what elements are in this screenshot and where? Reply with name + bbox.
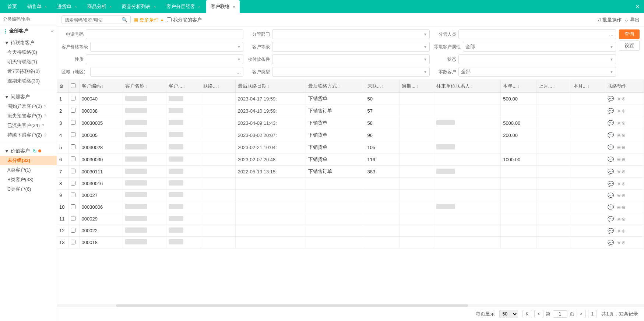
tab-customer-contact[interactable]: 客户联络 × [206, 0, 239, 13]
current-page-input[interactable] [553, 310, 567, 318]
qr-icon[interactable]: ⋇⋇ [617, 181, 626, 187]
sidebar-collapse-icon[interactable]: « [51, 28, 54, 34]
message-icon[interactable]: 💬 [608, 132, 614, 138]
tab-product-analysis-list[interactable]: 商品分析列表 × [117, 0, 160, 13]
qr-icon[interactable]: ⋇⋇ [617, 216, 626, 222]
customer-type-select[interactable]: ▼ [272, 67, 430, 77]
settings-icon[interactable]: ⚙ [59, 84, 64, 89]
qr-icon[interactable]: ⋇⋇ [617, 120, 626, 126]
price-level-select[interactable]: ▼ [90, 42, 243, 52]
row-select-checkbox[interactable] [71, 120, 75, 125]
sidebar-item-class-b[interactable]: B类客户(33) [0, 175, 57, 184]
region-select[interactable]: ... [90, 67, 243, 77]
query-button[interactable]: 查询 [619, 29, 640, 39]
qr-icon[interactable]: ⋇⋇ [617, 240, 626, 246]
sidebar-item-tomorrow[interactable]: 明天待联络(1) [0, 57, 57, 67]
status-select[interactable]: ▼ [458, 54, 616, 64]
phone-input[interactable] [86, 29, 243, 39]
department-select[interactable]: ▼ [272, 29, 430, 39]
qr-icon[interactable]: ⋇⋇ [617, 144, 626, 150]
tab-home[interactable]: 首页 [3, 0, 21, 13]
message-icon[interactable]: 💬 [608, 193, 614, 198]
row-select-checkbox[interactable] [71, 96, 75, 100]
tab-product-analysis-list-close[interactable]: × [154, 4, 156, 9]
sidebar-group-pending-title[interactable]: ▼ 待联络客户 [0, 38, 57, 47]
nature-select[interactable]: ▼ [86, 54, 243, 64]
qr-icon[interactable]: ⋇⋇ [617, 96, 626, 102]
horizontal-scrollbar[interactable] [57, 304, 644, 307]
retail-attr-select[interactable]: 全部 ▼ [463, 42, 616, 52]
sidebar-item-churned[interactable]: 已流失客户(24) ? [0, 121, 57, 130]
filter-button[interactable]: ▦ 更多条件 ▲ [134, 17, 164, 23]
sidebar-item-hoarding[interactable]: 囤购异常客户(2) ? [0, 102, 57, 111]
sidebar-item-7days[interactable]: 近7天待联络(0) [0, 67, 57, 76]
dots-icon-2[interactable]: ... [236, 69, 241, 75]
qr-icon[interactable]: ⋇⋇ [617, 108, 626, 114]
message-icon[interactable]: 💬 [608, 240, 614, 246]
tab-product-analysis-close[interactable]: × [109, 4, 112, 9]
sidebar-item-class-a[interactable]: A类客户(1) [0, 165, 57, 175]
sidebar-item-today[interactable]: 今天待联络(0) [0, 47, 57, 57]
row-select-checkbox[interactable] [71, 132, 75, 137]
message-icon[interactable]: 💬 [608, 169, 614, 174]
qr-icon[interactable]: ⋇⋇ [617, 156, 626, 162]
select-all-checkbox[interactable] [71, 83, 75, 88]
qr-icon[interactable]: ⋇⋇ [617, 169, 626, 174]
message-icon[interactable]: 💬 [608, 120, 614, 126]
sidebar-item-class-c[interactable]: C类客户(6) [0, 184, 57, 194]
qr-icon[interactable]: ⋇⋇ [617, 228, 626, 234]
message-icon[interactable]: 💬 [608, 204, 614, 210]
row-select-checkbox[interactable] [71, 240, 75, 244]
row-select-checkbox[interactable] [71, 228, 75, 233]
tab-product-analysis[interactable]: 商品分析 × [83, 0, 116, 13]
tab-sales-close[interactable]: × [45, 4, 47, 9]
qr-icon[interactable]: ⋇⋇ [617, 193, 626, 198]
scrollbar-track[interactable] [116, 304, 468, 307]
qr-icon[interactable]: ⋇⋇ [617, 132, 626, 138]
batch-operation-button[interactable]: ☑ 批量操作 [597, 17, 622, 23]
per-page-select[interactable]: 50 100 200 [499, 310, 518, 318]
row-select-checkbox[interactable] [71, 181, 75, 186]
sidebar-group-value-title[interactable]: ▼ 价值客户 ↻ [0, 146, 57, 156]
payment-select[interactable]: ▼ [272, 54, 430, 64]
next-page-button[interactable]: > [577, 310, 586, 318]
message-icon[interactable]: 💬 [608, 144, 614, 150]
prev-page-button[interactable]: < [534, 310, 543, 318]
tab-sales[interactable]: 销售单 × [23, 0, 51, 13]
message-icon[interactable]: 💬 [608, 96, 614, 102]
row-select-checkbox[interactable] [71, 216, 75, 221]
tab-customer-segment[interactable]: 客户分层经客 × [162, 0, 205, 13]
message-icon[interactable]: 💬 [608, 216, 614, 222]
message-icon[interactable]: 💬 [608, 181, 614, 187]
tab-customer-segment-close[interactable]: × [198, 4, 200, 9]
row-select-checkbox[interactable] [71, 193, 75, 197]
last-page-button[interactable]: 1 [588, 310, 597, 318]
sidebar-item-churn-warning[interactable]: 流失预警客户(3) ? [0, 111, 57, 121]
message-icon[interactable]: 💬 [608, 228, 614, 234]
window-close-button[interactable]: × [634, 1, 641, 12]
sidebar-item-declining[interactable]: 持续下滑客户(2) ? [0, 130, 57, 140]
tab-purchase[interactable]: 进货单 × [53, 0, 81, 13]
sidebar-search-input[interactable] [3, 17, 57, 22]
message-icon[interactable]: 💬 [608, 108, 614, 114]
manager-select[interactable]: ... [458, 29, 616, 39]
all-customers-header[interactable]: ⋮ 全部客户 [3, 28, 28, 34]
row-select-checkbox[interactable] [71, 108, 75, 113]
main-search-icon[interactable]: 🔍 [122, 17, 127, 22]
reset-button[interactable]: 设置 [619, 40, 640, 51]
sidebar-item-ungrouped[interactable]: 未分组(32) [0, 156, 57, 165]
sidebar-item-overdue[interactable]: 逾期未联络(30) [0, 76, 57, 86]
qr-icon[interactable]: ⋇⋇ [617, 204, 626, 210]
sidebar-group-problems-title[interactable]: ▼ 问题客户 [0, 92, 57, 102]
refresh-icon[interactable]: ↻ [33, 148, 37, 154]
row-select-checkbox[interactable] [71, 156, 75, 161]
export-button[interactable]: ⇩ 导出 [624, 17, 640, 23]
dots-icon[interactable]: ... [609, 31, 613, 37]
tab-purchase-close[interactable]: × [74, 4, 77, 9]
main-search-input[interactable] [65, 17, 120, 22]
retail-customer-select[interactable]: 全部 ▼ [458, 67, 616, 77]
tab-customer-contact-close[interactable]: × [233, 4, 235, 9]
row-select-checkbox[interactable] [71, 204, 75, 209]
my-customers-checkbox[interactable] [167, 17, 172, 22]
row-select-checkbox[interactable] [71, 144, 75, 149]
